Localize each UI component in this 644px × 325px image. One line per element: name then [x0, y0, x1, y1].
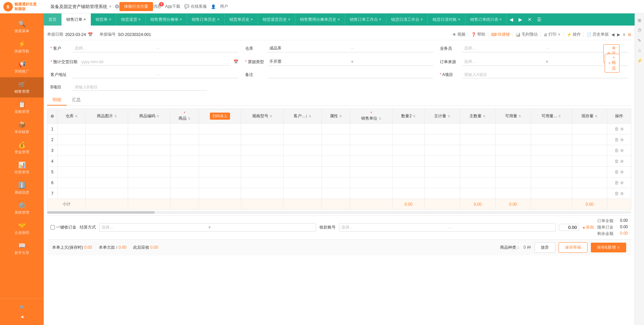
cell-attr[interactable]	[322, 145, 350, 156]
row-copy-icon[interactable]: ⊕	[620, 169, 624, 174]
settings-icon[interactable]: ⚙	[115, 3, 119, 10]
row-delete-icon[interactable]: 🗑	[614, 137, 619, 142]
cell-attr[interactable]	[322, 134, 350, 145]
sidebar-item-enterprise[interactable]: 🤝 企业协同	[0, 218, 44, 239]
discard-button[interactable]: 放弃	[534, 242, 555, 253]
cell-customer-code[interactable]	[283, 177, 322, 188]
note-input[interactable]	[267, 71, 433, 78]
tab-menu-btn[interactable]: ☰	[534, 13, 544, 26]
row-copy-icon[interactable]: ⊕	[620, 126, 624, 131]
cell-unit[interactable]	[350, 156, 392, 167]
row-delete-icon[interactable]: 🗑	[614, 126, 619, 131]
cell-code[interactable]	[128, 167, 171, 177]
cell-warehouse[interactable]	[58, 134, 86, 145]
cell-main-unit[interactable]	[425, 156, 460, 167]
credit-info-icon[interactable]: ℹ	[116, 245, 117, 249]
cell-product[interactable]	[171, 177, 199, 188]
row-delete-icon[interactable]: 🗑	[614, 169, 619, 174]
print-link[interactable]: 🖨 打印 ▼	[543, 32, 561, 37]
account-more-btn[interactable]: ···	[448, 225, 553, 230]
cell-main-qty[interactable]	[460, 188, 495, 199]
cell-available[interactable]	[495, 167, 531, 177]
tab-prev-btn[interactable]: ◀	[507, 13, 516, 26]
cell-main-qty[interactable]	[460, 145, 495, 156]
tab-next-btn[interactable]: ▶	[516, 13, 525, 26]
cell-available2[interactable]	[531, 188, 572, 199]
th-unit[interactable]: 销售单位 ⇅	[350, 109, 392, 124]
sidebar-item-search[interactable]: 🔍 搜索菜单	[0, 17, 44, 37]
th-product[interactable]: 商品 ⇅	[171, 109, 199, 124]
cell-qty2[interactable]	[392, 134, 425, 145]
solution-button[interactable]: 体验行业方案	[119, 2, 153, 11]
cell-spec[interactable]	[241, 124, 283, 134]
cell-available[interactable]	[495, 188, 531, 199]
cell-main-unit[interactable]	[425, 124, 460, 134]
th-settings[interactable]: ⚙	[47, 109, 58, 124]
tab-sales-bill[interactable]: 销货单 ×	[91, 13, 116, 26]
save-draft-button[interactable]: 保存草稿	[559, 242, 588, 253]
row-copy-icon[interactable]: ⊕	[620, 191, 624, 196]
tab-cash-reconcile[interactable]: 钱货日清对账 ×	[428, 13, 465, 26]
th-available2[interactable]: 可用量... ⇅	[531, 109, 572, 124]
th-main-unit[interactable]: 主计量 ⇅	[425, 109, 460, 124]
tab-sales-return[interactable]: 销货退货 ×	[116, 13, 146, 26]
cell-customer-code[interactable]	[283, 145, 322, 156]
cell-available[interactable]	[495, 145, 531, 156]
cell-customer-code[interactable]	[283, 167, 322, 177]
customer-select[interactable]: 选择... ···	[73, 44, 238, 52]
cell-attr[interactable]	[322, 167, 350, 177]
shortcut-link[interactable]: ⌨ 快捷键	[491, 32, 510, 37]
tab-sales-order-history[interactable]: 销售订单历史 ×	[187, 13, 224, 26]
sidebar-item-guide[interactable]: 📖 新手引导	[0, 239, 44, 259]
sidebar-item-inventory[interactable]: 📦 库存核算	[0, 118, 44, 138]
user-name[interactable]: 用户	[220, 4, 228, 9]
th-stock[interactable]: 现存量 ⇅	[572, 109, 607, 124]
cell-unit[interactable]	[350, 124, 392, 134]
th-customer-code[interactable]: 客户... ℹ ⇅	[283, 109, 322, 124]
tab-close-all-btn[interactable]: ✕	[525, 13, 534, 26]
row-copy-icon[interactable]: ⊕	[620, 180, 624, 185]
scroll-thumb[interactable]	[47, 211, 155, 214]
cell-main-qty[interactable]	[460, 134, 495, 145]
cell-product[interactable]	[171, 134, 199, 145]
warehouse-more-btn[interactable]: ···	[351, 46, 431, 51]
online-service-link[interactable]: 💬 在线客服	[184, 4, 206, 9]
cell-stock[interactable]	[572, 177, 607, 188]
address-more-btn[interactable]: ···	[156, 72, 237, 77]
cell-customer-code[interactable]	[283, 124, 322, 134]
th-code[interactable]: 商品编码 ⇅	[128, 109, 171, 124]
row-delete-icon[interactable]: 🗑	[614, 148, 619, 153]
cell-available[interactable]	[495, 124, 531, 134]
calendar-icon[interactable]: 📅	[88, 32, 93, 37]
payment-select[interactable]: 选择... ▼	[99, 223, 316, 232]
scroll-track[interactable]	[47, 211, 631, 214]
cell-qty2[interactable]	[392, 124, 425, 134]
address-select[interactable]: ···	[73, 71, 238, 78]
cell-qty2[interactable]	[392, 177, 425, 188]
right-panel-icon-1[interactable]: ⊞	[636, 16, 644, 24]
tab-sales-expense-history[interactable]: 销售费用分摊单历史 ×	[295, 13, 345, 26]
nav-next-btn[interactable]: ▶	[617, 32, 620, 37]
account-select[interactable]: 选择... ···	[339, 223, 556, 232]
cell-available2[interactable]	[531, 167, 572, 177]
cell-available2[interactable]	[531, 177, 572, 188]
cell-qty2[interactable]	[392, 167, 425, 177]
cell-product[interactable]	[171, 156, 199, 167]
product-count-link[interactable]: 0 种	[524, 245, 531, 250]
cell-main-unit[interactable]	[425, 177, 460, 188]
cell-code[interactable]	[128, 145, 171, 156]
cell-stock[interactable]	[572, 156, 607, 167]
sidebar-item-quicknav[interactable]: ⚡ 快捷导航	[0, 37, 44, 57]
cell-unit[interactable]	[350, 177, 392, 188]
nav-prev-btn[interactable]: ◀	[611, 32, 614, 37]
cell-spec[interactable]	[241, 145, 283, 156]
cell-main-unit[interactable]	[425, 134, 460, 145]
right-panel-icon-5[interactable]: ⚡	[636, 56, 644, 65]
bproject-input[interactable]	[73, 84, 207, 91]
th-attr[interactable]: 属性 ⇅	[322, 109, 350, 124]
cell-available2[interactable]	[531, 156, 572, 167]
operate-link[interactable]: ⚡ 操作	[567, 32, 581, 37]
one-click-checkbox[interactable]: 一键收订金	[50, 225, 76, 230]
view-toggle-btn[interactable]: ≡	[623, 32, 625, 37]
help-link[interactable]: ❓ 帮助	[471, 32, 485, 37]
